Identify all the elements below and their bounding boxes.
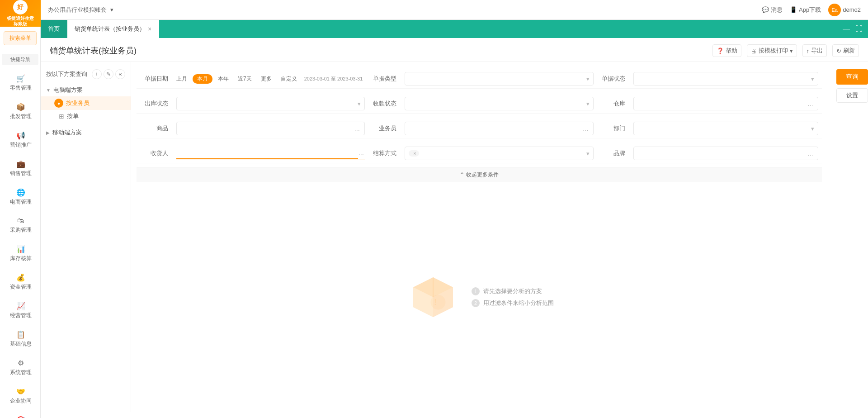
user-profile[interactable]: Ea demo2 bbox=[828, 4, 861, 16]
help-button[interactable]: ❓ 帮助 bbox=[712, 44, 741, 57]
consignee-input[interactable] bbox=[176, 147, 358, 159]
help-icon: ❓ bbox=[717, 48, 724, 54]
mobile-scheme-label: 移动端方案 bbox=[52, 128, 82, 137]
tab-sales-stat[interactable]: 销货单统计表（按业务员） × bbox=[67, 20, 159, 38]
tree-expand-icon: ▼ bbox=[46, 88, 51, 93]
filter-row-3: 商品 … 业务员 … bbox=[137, 119, 822, 138]
marketing-icon: 📢 bbox=[16, 131, 25, 140]
page-inner: 销货单统计表(按业务员) ❓ 帮助 🖨 按模板打印 ▾ ↑ 导出 bbox=[41, 38, 868, 418]
edit-scheme-button[interactable]: ✎ bbox=[104, 69, 113, 79]
home-tab-label: 首页 bbox=[48, 25, 60, 33]
page-title: 销货单统计表(按业务员) bbox=[50, 45, 137, 56]
filter-row-1: 单据日期 上月 本月 本年 近7天 更多 自定义 bbox=[137, 69, 822, 89]
sidebar-item-operations[interactable]: 📈经营管理 bbox=[7, 296, 33, 325]
receipt-status-label: 收款状态 bbox=[365, 100, 401, 108]
print-button[interactable]: 🖨 按模板打印 ▾ bbox=[747, 44, 797, 57]
date-tab-last-month[interactable]: 上月 bbox=[173, 74, 191, 84]
page-header: 销货单统计表(按业务员) ❓ 帮助 🖨 按模板打印 ▾ ↑ 导出 bbox=[41, 38, 868, 62]
export-button[interactable]: ↑ 导出 bbox=[802, 44, 827, 57]
quick-nav-button[interactable]: 快捷导航 bbox=[2, 54, 38, 65]
tip-text-2: 用过滤条件来缩小分析范围 bbox=[483, 299, 554, 307]
collapse-bar[interactable]: ⌃ 收起更多条件 bbox=[137, 167, 822, 182]
sidebar-item-newbie[interactable]: 🎯新手引导 bbox=[7, 410, 33, 418]
salesperson-select[interactable]: … bbox=[405, 122, 593, 135]
goods-select[interactable]: … bbox=[176, 122, 365, 135]
sidebar-item-enterprise[interactable]: 🤝企业协同 bbox=[7, 382, 33, 410]
sales-label: 销售管理 bbox=[10, 170, 32, 177]
settle-arrow: ▾ bbox=[586, 150, 590, 157]
sidebar-item-ecommerce[interactable]: 🌐电商管理 bbox=[7, 183, 33, 211]
add-scheme-button[interactable]: + bbox=[92, 69, 102, 79]
tab-maximize-button[interactable]: ⛶ bbox=[855, 25, 863, 33]
salesperson-dots: … bbox=[583, 125, 590, 132]
system-icon: ⚙ bbox=[18, 359, 24, 367]
doc-type-select[interactable]: ▾ bbox=[405, 72, 593, 86]
date-filter-control: 上月 本月 本年 近7天 更多 自定义 2023-03-01 至 2023-03… bbox=[173, 74, 365, 84]
date-tab-custom[interactable]: 自定义 bbox=[277, 74, 301, 84]
date-tab-7days[interactable]: 近7天 bbox=[234, 74, 255, 84]
settle-tag-close-button[interactable]: × bbox=[413, 151, 416, 156]
main-area: ! 1 请先选择要分析的方案 2 bbox=[131, 182, 831, 412]
tab-minimize-button[interactable]: — bbox=[843, 25, 850, 33]
app-download-button[interactable]: 📱 App下载 bbox=[790, 6, 821, 14]
top-bar-right: 💬 消息 📱 App下载 Ea demo2 bbox=[762, 4, 861, 16]
doc-type-arrow: ▾ bbox=[586, 76, 590, 82]
sidebar-item-marketing[interactable]: 📢营销推广 bbox=[7, 126, 33, 154]
doc-status-select[interactable]: ▾ bbox=[633, 72, 818, 86]
message-button[interactable]: 💬 消息 bbox=[762, 6, 783, 14]
date-tab-more[interactable]: 更多 bbox=[257, 74, 275, 84]
date-filter-cell: 单据日期 上月 本月 本年 近7天 更多 自定义 bbox=[137, 69, 365, 89]
brand-cell: 品牌 … bbox=[594, 144, 822, 163]
tab-home[interactable]: 首页 bbox=[41, 20, 67, 38]
search-menu-button[interactable]: 搜索菜单 bbox=[4, 31, 37, 45]
collapse-panel-button[interactable]: « bbox=[115, 69, 125, 79]
goods-dots: … bbox=[354, 125, 361, 132]
enterprise-label: 企业协同 bbox=[10, 397, 32, 405]
left-panel-title: 按以下方案查询 bbox=[46, 70, 87, 78]
receipt-status-cell: 收款状态 ▾ bbox=[365, 94, 593, 114]
desktop-scheme-item[interactable]: ▼ 电脑端方案 bbox=[41, 84, 131, 96]
app-dropdown-icon[interactable]: ▾ bbox=[110, 6, 113, 13]
desktop-scheme-label: 电脑端方案 bbox=[53, 86, 83, 94]
warehouse-select[interactable]: … bbox=[633, 97, 818, 110]
empty-state-inner: ! 1 请先选择要分析的方案 2 bbox=[408, 272, 554, 322]
brand-select[interactable]: … bbox=[633, 147, 818, 160]
date-tab-this-year[interactable]: 本年 bbox=[214, 74, 232, 84]
warehouse-dots: … bbox=[807, 100, 814, 107]
refresh-button[interactable]: ↻ 刷新 bbox=[832, 44, 859, 57]
content-area: 按以下方案查询 + ✎ « ▼ 电脑端方案 bbox=[41, 62, 868, 412]
sidebar-item-wholesale[interactable]: 📦批发管理 bbox=[7, 97, 33, 126]
sidebar-item-purchase[interactable]: 🛍采购管理 bbox=[7, 211, 33, 239]
sidebar-item-sales[interactable]: 💼销售管理 bbox=[7, 154, 33, 183]
tab-bar-actions: — ⛶ bbox=[837, 20, 868, 38]
by-order-item[interactable]: ⊞ 按单 bbox=[41, 110, 131, 123]
tab-close-icon[interactable]: × bbox=[148, 25, 151, 33]
sales-stat-tab-label: 销货单统计表（按业务员） bbox=[75, 25, 145, 33]
receipt-status-select[interactable]: ▾ bbox=[405, 97, 593, 110]
query-button[interactable]: 查询 bbox=[836, 69, 868, 85]
left-panel-actions: + ✎ « bbox=[92, 69, 125, 79]
date-tabs: 上月 本月 本年 近7天 更多 自定义 bbox=[173, 74, 301, 84]
retail-icon: 🛒 bbox=[16, 74, 25, 83]
empty-tips: 1 请先选择要分析的方案 2 用过滤条件来缩小分析范围 bbox=[472, 287, 554, 307]
date-tab-this-month[interactable]: 本月 bbox=[193, 74, 212, 84]
tip-num-2: 2 bbox=[472, 299, 480, 307]
receipt-status-arrow: ▾ bbox=[586, 100, 590, 107]
out-status-select[interactable]: ▾ bbox=[176, 97, 365, 110]
sidebar-item-inventory[interactable]: 📊库存核算 bbox=[7, 239, 33, 268]
settle-method-cell: 结算方式 × ▾ bbox=[365, 144, 593, 163]
newbie-icon: 🎯 bbox=[16, 416, 25, 418]
sidebar-item-system[interactable]: ⚙系统管理 bbox=[7, 353, 33, 382]
by-salesperson-item[interactable]: ● 按业务员 bbox=[41, 96, 131, 110]
action-buttons: 查询 设置 bbox=[831, 62, 868, 412]
top-bar: 办公用品行业模拟账套 ▾ 💬 消息 📱 App下载 Ea demo2 bbox=[41, 0, 868, 20]
mobile-scheme-item[interactable]: ▶ 移动端方案 bbox=[41, 126, 131, 139]
sidebar-item-finance[interactable]: 💰资金管理 bbox=[7, 268, 33, 296]
operations-label: 经营管理 bbox=[10, 312, 32, 319]
brand-label: 品牌 bbox=[594, 149, 630, 157]
department-select[interactable]: ▾ bbox=[633, 122, 818, 135]
settings-button[interactable]: 设置 bbox=[836, 88, 868, 103]
sidebar-item-basic[interactable]: 📋基础信息 bbox=[7, 325, 33, 353]
settle-method-select[interactable]: × ▾ bbox=[405, 147, 593, 160]
sidebar-item-retail[interactable]: 🛒零售管理 bbox=[7, 69, 33, 97]
